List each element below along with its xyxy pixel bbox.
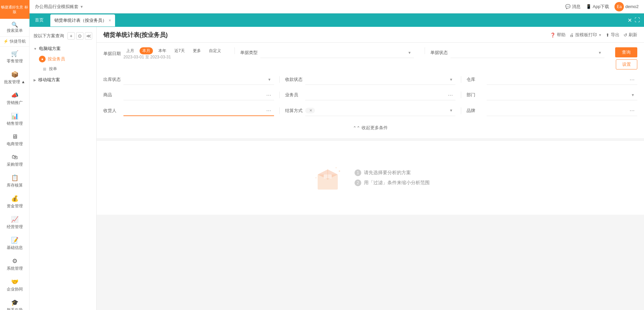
print-icon: 🖨: [570, 33, 574, 38]
filter-row-2: 出库状态 ▼ 收款状态 ▼: [103, 74, 637, 85]
help-icon: ❓: [550, 33, 555, 38]
sidebar-item-basic[interactable]: 📝 基础信息: [0, 233, 29, 254]
empty-hint-1: 1 请先选择要分析的方案: [355, 169, 430, 176]
tab-current[interactable]: 销货单统计表（按业务员） ×: [50, 14, 115, 27]
consignee-dots-icon[interactable]: ···: [266, 107, 271, 114]
settle-tag-close-btn[interactable]: ✕: [309, 108, 312, 113]
salesperson-dots-icon[interactable]: ···: [448, 92, 453, 99]
svg-point-6: [336, 167, 337, 168]
divider4: [461, 76, 461, 83]
industry-label: 办公用品行业模拟账套: [35, 4, 78, 10]
tab-maximize-btn[interactable]: ⛶: [635, 17, 640, 23]
date-custom-btn[interactable]: 自定义: [206, 47, 224, 54]
sidebar-item-guide[interactable]: 🎓 新手引导: [0, 296, 29, 310]
settings-button[interactable]: 设置: [616, 59, 637, 69]
brand-dots-icon[interactable]: ···: [630, 107, 635, 114]
salesperson-input[interactable]: [305, 90, 456, 100]
sidebar-shortcut[interactable]: ⚡ 快捷导航: [0, 37, 29, 47]
sidebar-item-wholesale[interactable]: 📦 批发管理 ▲: [0, 67, 29, 88]
export-btn[interactable]: ⬆ 导出: [606, 32, 620, 38]
left-panel-header: 按以下方案查询 + ⊙ ≪: [30, 30, 96, 42]
tab-home[interactable]: 首页: [30, 13, 49, 27]
help-btn[interactable]: ❓ 帮助: [550, 32, 566, 38]
help-label: 帮助: [557, 32, 566, 38]
brand-input[interactable]: [487, 105, 637, 116]
empty-hint-1-text: 请先选择要分析的方案: [364, 170, 411, 176]
sidebar-search[interactable]: 🔍 按以下方案查询 搜索菜单: [0, 19, 29, 37]
sidebar-item-sales-label: 销售管理: [7, 121, 23, 126]
empty-num-2: 2: [355, 179, 361, 186]
sidebar-item-sales[interactable]: 📊 销售管理: [0, 109, 29, 130]
edit-scheme-btn[interactable]: ⊙: [76, 32, 84, 40]
sidebar-item-marketing[interactable]: 📣 营销推广: [0, 88, 29, 109]
page-header: 销货单统计表(按业务员) ❓ 帮助 🖨 按模板打印 ▼ ⬆ 导出: [97, 27, 644, 43]
date-prev-month-btn[interactable]: 上月: [123, 47, 137, 54]
refresh-label: 刷新: [629, 32, 637, 38]
doc-status-label: 单据状态: [430, 50, 448, 56]
warehouse-dots-icon[interactable]: ···: [630, 76, 635, 83]
tab-minimize-btn[interactable]: ✕: [628, 17, 632, 23]
query-button[interactable]: 查询: [615, 47, 637, 57]
add-scheme-btn[interactable]: +: [67, 32, 75, 40]
guide-icon: 🎓: [11, 299, 18, 306]
sidebar-item-operation[interactable]: 📈 经营管理: [0, 212, 29, 233]
sidebar-item-inventory[interactable]: 📋 库存核算: [0, 171, 29, 192]
consignee-input[interactable]: [123, 105, 274, 116]
settle-method-tag: ✕: [305, 108, 315, 113]
dept-label: 部门: [467, 92, 484, 98]
date-more-btn[interactable]: 更多: [190, 47, 204, 54]
mobile-scheme-group-header[interactable]: ▶ 移动端方案: [30, 75, 96, 85]
warehouse-input[interactable]: [487, 74, 637, 85]
filter-row-4: 收货人 ··· 结算方式 ✕: [103, 105, 637, 116]
settle-method-input[interactable]: [315, 105, 456, 116]
date-label: 单据日期: [103, 51, 121, 57]
user-avatar-btn[interactable]: Ea demo2: [614, 2, 639, 11]
doc-status-input[interactable]: [450, 47, 604, 58]
sidebar-item-finance[interactable]: 💰 资金管理: [0, 192, 29, 212]
sidebar-item-purchase[interactable]: 🛍 采购管理: [0, 150, 29, 171]
sidebar-item-marketing-label: 营销推广: [7, 100, 23, 106]
desktop-scheme-group: ▼ 电脑端方案 ● 按业务员 ⊞ 按单: [30, 44, 96, 73]
sidebar: 畅捷通好生意 标版 🔍 按以下方案查询 搜索菜单 ⚡ 快捷导航 🛒 零售管理 📦…: [0, 0, 30, 310]
sidebar-item-system[interactable]: ⚙ 系统管理: [0, 254, 29, 275]
print-label: 按模板打印: [575, 32, 597, 38]
industry-selector[interactable]: 办公用品行业模拟账套 ▼: [35, 4, 84, 10]
sales-icon: 📊: [11, 112, 18, 120]
divider2: [425, 47, 425, 54]
collect-status-select-wrapper: ▼: [305, 74, 456, 85]
sidebar-item-retail[interactable]: 🛒 零售管理: [0, 47, 29, 67]
date-current-month-btn[interactable]: 本月: [140, 47, 153, 54]
goods-select-wrapper: ···: [123, 90, 274, 100]
messages-btn[interactable]: 💬 消息: [565, 4, 581, 10]
empty-box-icon: [311, 161, 344, 195]
sidebar-item-enterprise[interactable]: 🤝 企业协同: [0, 275, 29, 296]
print-btn[interactable]: 🖨 按模板打印 ▼: [570, 32, 602, 38]
goods-input[interactable]: [123, 90, 274, 100]
date-current-year-btn[interactable]: 本年: [156, 47, 169, 54]
collapse-btn[interactable]: ⌃⌃ 收起更多条件: [349, 123, 392, 132]
collect-status-input[interactable]: [305, 74, 456, 85]
warehouse-item: 仓库 ···: [467, 74, 637, 85]
collapse-panel-btn[interactable]: ≪: [85, 32, 92, 40]
brand-select-wrapper: ···: [487, 105, 637, 116]
out-status-input[interactable]: [123, 74, 274, 85]
settle-method-label: 结算方式: [285, 108, 303, 114]
scheme-by-salesperson[interactable]: ● 按业务员: [30, 54, 96, 64]
collect-status-label: 收款状态: [285, 76, 303, 83]
date-options: 上月 本月 本年 近7天 更多 自定义: [123, 47, 224, 54]
desktop-scheme-group-header[interactable]: ▼ 电脑端方案: [30, 44, 96, 54]
settle-method-select-wrapper: ▼: [315, 105, 456, 116]
dept-input[interactable]: [487, 90, 637, 100]
scheme-by-order[interactable]: ⊞ 按单: [30, 64, 96, 73]
operation-icon: 📈: [11, 216, 18, 223]
tab-home-label: 首页: [35, 17, 44, 23]
mobile-scheme-label: 移动端方案: [38, 77, 60, 83]
tab-close-btn[interactable]: ×: [109, 18, 111, 23]
refresh-btn[interactable]: ↺ 刷新: [624, 32, 637, 38]
date-7days-btn[interactable]: 近7天: [172, 47, 187, 54]
doc-type-input[interactable]: [260, 47, 414, 58]
sidebar-item-ecommerce[interactable]: 🖥 电商管理: [0, 130, 29, 150]
goods-dots-icon[interactable]: ···: [266, 92, 271, 99]
app-download-btn[interactable]: 📱 App下载: [586, 4, 609, 10]
basic-icon: 📝: [11, 237, 18, 244]
